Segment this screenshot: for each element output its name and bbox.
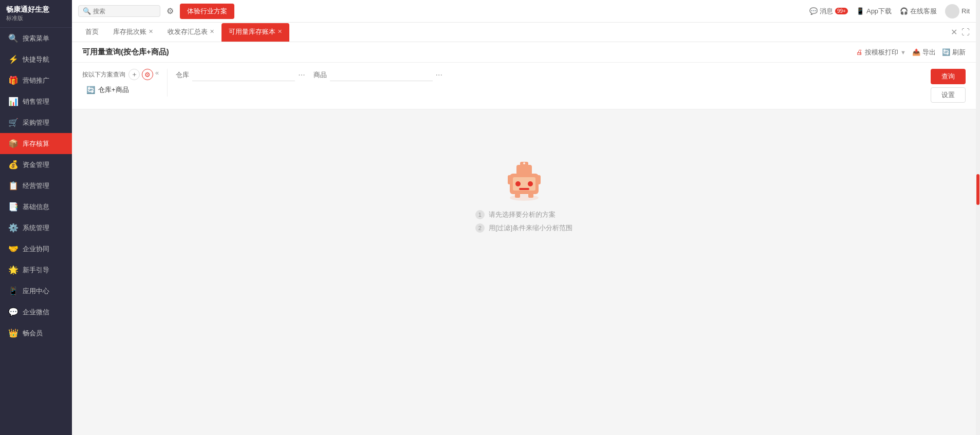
search-input[interactable] <box>93 8 155 15</box>
enterprise-wechat-icon: 💬 <box>8 307 19 317</box>
sidebar-item-enterprise-wechat[interactable]: 💬 企业微信 <box>0 301 72 323</box>
right-scrollbar[interactable] <box>976 0 980 435</box>
brand-name: 畅康通好生意 <box>6 5 66 14</box>
tab-recv-summary[interactable]: 收发存汇总表 ✕ <box>160 23 221 42</box>
expand-icon[interactable]: ⛶ <box>961 28 970 37</box>
refresh-button[interactable]: 🔄 刷新 <box>942 48 966 57</box>
export-button[interactable]: 📤 导出 <box>912 48 936 57</box>
system-icon: ⚙️ <box>8 223 19 233</box>
tip-num-1: 1 <box>475 210 485 219</box>
tab-available-qty[interactable]: 可用量库存账本 ✕ <box>221 23 289 42</box>
tab-close-batch-ledger[interactable]: ✕ <box>149 28 153 35</box>
message-badge: 99+ <box>835 8 848 14</box>
sidebar-item-newbie[interactable]: 🌟 新手引导 <box>0 259 72 280</box>
settings-button[interactable]: 设置 <box>931 87 966 103</box>
sidebar-item-inventory[interactable]: 📦 库存核算 <box>0 133 72 154</box>
scheme-item-warehouse-product[interactable]: 🔄 仓库+商品 <box>82 83 159 97</box>
svg-rect-11 <box>528 193 533 198</box>
warehouse-more-icon[interactable]: ··· <box>298 70 305 80</box>
svg-rect-10 <box>515 193 520 198</box>
sidebar-item-quick-nav[interactable]: ⚡ 快捷导航 <box>0 49 72 70</box>
purchase-icon: 🛒 <box>8 118 19 127</box>
edit-scheme-button[interactable]: ⚙ <box>142 69 153 80</box>
sidebar-item-member[interactable]: 👑 畅会员 <box>0 323 72 344</box>
scheme-item-icon: 🔄 <box>86 86 95 94</box>
user-area[interactable]: Rit <box>945 4 970 18</box>
filter-actions: 查询 设置 <box>931 69 966 103</box>
operations-icon: 📋 <box>8 181 19 191</box>
sidebar-item-sales[interactable]: 📊 销售管理 <box>0 91 72 112</box>
product-input[interactable] <box>330 69 433 81</box>
sidebar-item-label: 快捷导航 <box>23 55 49 64</box>
page-content: 可用量查询(按仓库+商品) 🖨 按模板打印 ▼ 📤 导出 🔄 刷新 <box>72 42 976 435</box>
chevron-down-icon[interactable]: ▼ <box>900 49 906 55</box>
warehouse-label: 仓库 <box>176 70 189 80</box>
filter-fields: 仓库 ··· 商品 ··· <box>176 69 922 81</box>
sidebar-item-app-center[interactable]: 📱 应用中心 <box>0 280 72 301</box>
user-name: Rit <box>961 7 970 15</box>
tab-close-recv-summary[interactable]: ✕ <box>210 28 214 35</box>
avatar <box>945 4 959 18</box>
svg-rect-9 <box>537 175 541 184</box>
tab-home[interactable]: 首页 <box>78 23 106 42</box>
sidebar-item-label: 新手引导 <box>23 266 49 275</box>
warehouse-input[interactable] <box>192 69 295 81</box>
product-label: 商品 <box>313 70 327 80</box>
sidebar-item-label: 企业协同 <box>23 244 49 254</box>
brand-area: 畅康通好生意 标准版 <box>0 0 72 28</box>
tip-text-1: 请先选择要分析的方案 <box>489 210 556 219</box>
topbar-search-box[interactable]: 🔍 <box>78 5 160 17</box>
filter-area: 按以下方案查询 ＋ ⚙ « 🔄 仓库+商品 仓库 <box>72 63 976 109</box>
product-more-icon[interactable]: ··· <box>436 70 442 80</box>
sidebar-item-basic-info[interactable]: 📑 基础信息 <box>0 196 72 217</box>
message-icon: 💬 <box>809 7 818 15</box>
filter-field-warehouse: 仓库 ··· <box>176 69 305 81</box>
app-download-label: App下载 <box>866 7 892 16</box>
sidebar-item-search[interactable]: 🔍 搜索菜单 <box>0 28 72 49</box>
sidebar-item-purchase[interactable]: 🛒 采购管理 <box>0 112 72 133</box>
sidebar-item-operations[interactable]: 📋 经营管理 <box>0 175 72 196</box>
app-download-icon: 📱 <box>856 7 864 15</box>
svg-rect-8 <box>508 175 512 184</box>
sidebar-item-finance[interactable]: 💰 资金管理 <box>0 154 72 175</box>
empty-tip-2: 2 用[过滤]条件来缩小分析范围 <box>475 223 572 233</box>
trial-button[interactable]: 体验行业方案 <box>180 4 234 19</box>
online-service-label: 在线客服 <box>910 7 937 16</box>
sidebar-item-enterprise[interactable]: 🤝 企业协同 <box>0 238 72 259</box>
search-nav-icon: 🔍 <box>8 33 19 43</box>
add-scheme-button[interactable]: ＋ <box>128 69 140 80</box>
svg-point-12 <box>523 162 525 164</box>
filter-scheme-panel: 按以下方案查询 ＋ ⚙ « 🔄 仓库+商品 <box>82 69 168 97</box>
scheme-collapse-icon[interactable]: « <box>155 69 159 80</box>
tabs-bar: 首页 库存批次账 ✕ 收发存汇总表 ✕ 可用量库存账本 ✕ ✕ ⛶ <box>72 23 976 42</box>
svg-point-0 <box>510 195 539 201</box>
inventory-icon: 📦 <box>8 139 19 148</box>
sidebar-item-label: 资金管理 <box>23 160 49 169</box>
sidebar-item-label: 销售管理 <box>23 97 49 106</box>
online-service-button[interactable]: 🎧 在线客服 <box>900 7 937 16</box>
sidebar-item-label: 系统管理 <box>23 223 49 233</box>
close-window-icon[interactable]: ✕ <box>951 27 957 37</box>
sidebar-item-label: 搜索菜单 <box>23 34 49 43</box>
svg-point-3 <box>515 181 521 186</box>
scheme-label: 按以下方案查询 <box>82 70 125 79</box>
topbar: 🔍 ⚙ 体验行业方案 💬 消息 99+ 📱 App下载 🎧 在线客服 Rit <box>72 0 976 23</box>
sidebar-item-system[interactable]: ⚙️ 系统管理 <box>0 217 72 238</box>
tab-batch-ledger[interactable]: 库存批次账 ✕ <box>106 23 160 42</box>
finance-icon: 💰 <box>8 160 19 169</box>
print-button[interactable]: 🖨 按模板打印 ▼ <box>856 48 906 57</box>
message-button[interactable]: 💬 消息 99+ <box>809 7 848 16</box>
message-label: 消息 <box>820 7 833 16</box>
enterprise-icon: 🤝 <box>8 244 19 254</box>
page-header-actions: 🖨 按模板打印 ▼ 📤 导出 🔄 刷新 <box>856 48 966 57</box>
quick-nav-icon: ⚡ <box>8 54 19 64</box>
print-icon: 🖨 <box>856 48 863 56</box>
sidebar-item-marketing[interactable]: 🎁 营销推广 <box>0 70 72 91</box>
gear-icon[interactable]: ⚙ <box>164 4 176 18</box>
sidebar-item-label: 基础信息 <box>23 202 49 212</box>
filter-field-product: 商品 ··· <box>313 69 442 81</box>
query-button[interactable]: 查询 <box>931 69 966 84</box>
app-download-button[interactable]: 📱 App下载 <box>856 7 892 16</box>
tip-text-2: 用[过滤]条件来缩小分析范围 <box>489 223 572 233</box>
tab-close-available-qty[interactable]: ✕ <box>278 28 282 35</box>
